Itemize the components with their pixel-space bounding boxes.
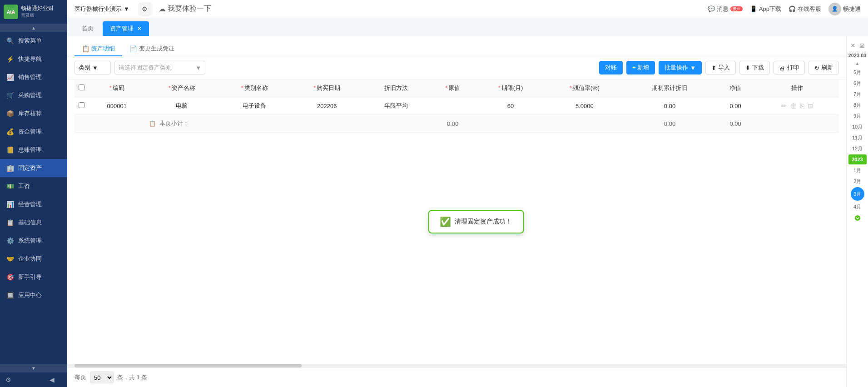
per-page-select[interactable]: 50 10 20 100: [90, 372, 114, 383]
category-input[interactable]: 请选择固定资产类别 ▼: [114, 61, 205, 74]
import-button[interactable]: ⬆ 导入: [705, 61, 736, 74]
delete-icon[interactable]: 🗑: [790, 102, 797, 109]
collapse-icon[interactable]: ◀: [50, 376, 55, 383]
sidebar-item-quick-nav[interactable]: ⚡ 快捷导航: [0, 50, 67, 68]
select-all-checkbox[interactable]: [79, 84, 84, 90]
tab-asset-mgmt[interactable]: 资产管理 ✕: [103, 21, 149, 36]
refresh-button[interactable]: ↻ 刷新: [808, 61, 839, 74]
sidebar-item-label: 固定资产: [18, 164, 42, 172]
row-purchase-date: 202206: [291, 97, 363, 115]
row-name: 电脑: [145, 97, 218, 115]
sidebar-item-label: 资金管理: [18, 128, 42, 136]
sidebar-item-operations[interactable]: 📊 经营管理: [0, 195, 67, 213]
message-action[interactable]: 💬 消息 99+: [708, 5, 743, 13]
sidebar-item-guide[interactable]: 🎯 新手引导: [0, 268, 67, 286]
reconcile-button[interactable]: 对账: [599, 61, 623, 74]
copy-icon[interactable]: ⎘: [800, 102, 804, 109]
row-depreciation-method: 年限平均: [363, 97, 429, 115]
calendar-month-9[interactable]: 9月: [848, 111, 867, 121]
sidebar-item-inventory[interactable]: 📦 库存核算: [0, 104, 67, 123]
subtotal-empty-5: [756, 115, 839, 133]
sidebar-bottom: ⚙ ◀: [0, 372, 67, 387]
calendar-year-2023[interactable]: 2023: [848, 154, 867, 164]
horizontal-scrollbar[interactable]: [67, 364, 846, 367]
money-icon: 💰: [5, 127, 15, 136]
scroll-thumb[interactable]: [74, 364, 302, 367]
settings-icon[interactable]: ⚙: [5, 376, 11, 383]
sidebar-item-salary[interactable]: 💵 工资: [0, 177, 67, 195]
tab-home[interactable]: 首页: [74, 21, 101, 36]
sidebar-item-label: 经营管理: [18, 200, 42, 208]
sidebar-item-ledger[interactable]: 📒 总账管理: [0, 141, 67, 159]
sidebar-item-app-center[interactable]: 🔲 应用中心: [0, 286, 67, 304]
print-button[interactable]: 🖨 打印: [774, 61, 805, 74]
customer-service-action[interactable]: 🎧 在线客服: [789, 5, 821, 13]
batch-button[interactable]: 批量操作 ▼: [659, 61, 702, 74]
table-header-checkbox: [74, 79, 88, 97]
bar-chart-icon: 📊: [5, 200, 15, 209]
row-checkbox[interactable]: [79, 102, 84, 108]
edit-icon[interactable]: ✏: [781, 102, 787, 109]
batch-dropdown-icon: ▼: [690, 64, 696, 71]
sidebar-item-enterprise[interactable]: 🤝 企业协同: [0, 250, 67, 268]
calendar-down-arrow[interactable]: [853, 214, 862, 223]
company-selector[interactable]: 医疗器械行业演示 ▼: [74, 5, 131, 13]
experience-button[interactable]: ☁ 我要体验一下: [159, 4, 213, 14]
sidebar-scroll-down[interactable]: ▼: [0, 364, 67, 372]
bottom-bar: 每页 50 10 20 100 条，共 1 条: [67, 367, 846, 387]
sidebar-item-basic-info[interactable]: 📋 基础信息: [0, 213, 67, 232]
sidebar-item-finance[interactable]: 💰 资金管理: [0, 123, 67, 141]
sidebar-item-fixed-assets[interactable]: 🏢 固定资产: [0, 159, 67, 177]
table-header-actions: 操作: [756, 79, 839, 97]
search-icon: 🔍: [5, 36, 15, 45]
calendar-month-12[interactable]: 12月: [848, 144, 867, 154]
dropdown-arrow: ▼: [92, 64, 98, 71]
close-right-panel[interactable]: ✕: [848, 40, 858, 51]
expand-right-panel[interactable]: ⊠: [858, 40, 867, 51]
calendar-month-7[interactable]: 7月: [848, 89, 867, 99]
lightning-icon: ⚡: [5, 55, 15, 64]
app-download-action[interactable]: 📱 App下载: [750, 5, 781, 13]
category-filter[interactable]: 类别 ▼: [74, 61, 111, 74]
row-category: 电子设备: [218, 97, 291, 115]
experience-label: 我要体验一下: [168, 4, 211, 14]
tab-asset-label: 资产管理: [110, 25, 134, 33]
sidebar-item-label: 采购管理: [18, 91, 42, 99]
calendar-up-arrow[interactable]: ▲: [854, 60, 861, 67]
sidebar-item-label: 系统管理: [18, 237, 42, 245]
calendar-month-6[interactable]: 6月: [848, 78, 867, 88]
calendar-month-10[interactable]: 10月: [848, 122, 867, 132]
app-download-label: App下载: [759, 5, 781, 13]
user-profile[interactable]: 👤 畅捷通: [828, 3, 861, 15]
download-button[interactable]: ⬇ 下载: [739, 61, 770, 74]
toolbar: 类别 ▼ 请选择固定资产类别 ▼ 对账 + 新增: [67, 56, 846, 79]
sidebar-item-system[interactable]: ⚙️ 系统管理: [0, 232, 67, 250]
sidebar-item-label: 应用中心: [18, 291, 42, 299]
tab-close-icon[interactable]: ✕: [137, 25, 142, 32]
total-label: 条，共 1 条: [117, 373, 147, 382]
new-button[interactable]: + 新增: [626, 61, 655, 74]
sidebar-item-label: 快捷导航: [18, 55, 42, 63]
dropdown-icon: ▼: [124, 5, 129, 12]
sidebar-item-search[interactable]: 🔍 搜索菜单: [0, 32, 67, 50]
main-panel: 📋 资产明细 📄 变更生成凭证 类别 ▼ 请选择固定资产类别: [67, 36, 846, 387]
more-icon[interactable]: ⊡: [808, 102, 813, 109]
calendar-month-11[interactable]: 11月: [848, 133, 867, 143]
settings-button[interactable]: ⚙: [139, 3, 151, 15]
calendar-month-8[interactable]: 8月: [848, 100, 867, 110]
calendar-month-1[interactable]: 1月: [848, 165, 867, 175]
calendar-month-3[interactable]: 3月: [851, 187, 864, 201]
calendar-year: 2023.03: [847, 51, 868, 60]
row-actions: ✏ 🗑 ⎘ ⊡: [756, 97, 839, 115]
sub-tab-asset-detail[interactable]: 📋 资产明细: [74, 42, 122, 56]
calendar-month-2[interactable]: 2月: [848, 176, 867, 186]
sidebar-item-sales[interactable]: 📈 销售管理: [0, 68, 67, 86]
calendar-month-4[interactable]: 4月: [848, 202, 867, 212]
sidebar-scroll-up[interactable]: ▲: [0, 24, 67, 32]
subtotal-empty-2: [88, 115, 145, 133]
subtotal-original-value: 0.00: [429, 115, 476, 133]
sub-tab-change-voucher[interactable]: 📄 变更生成凭证: [122, 42, 182, 56]
dollar-icon: 💵: [5, 182, 15, 191]
calendar-month-5[interactable]: 5月: [848, 67, 867, 77]
sidebar-item-purchase[interactable]: 🛒 采购管理: [0, 86, 67, 104]
